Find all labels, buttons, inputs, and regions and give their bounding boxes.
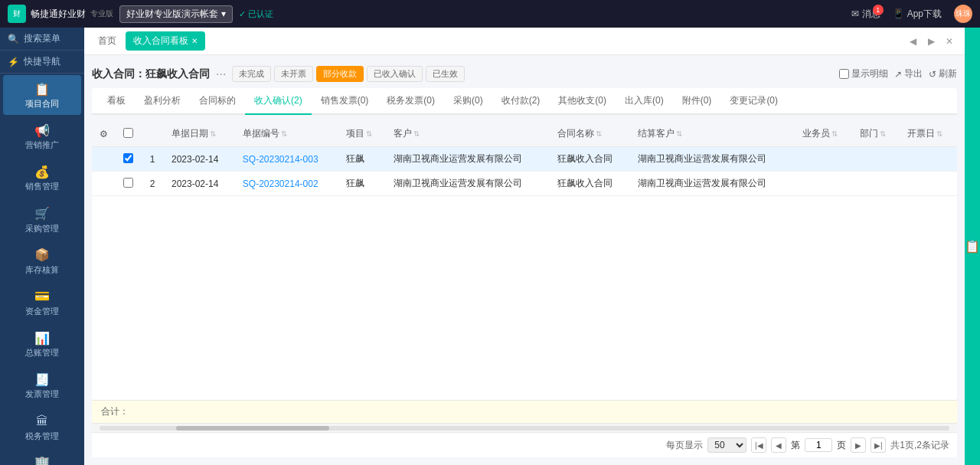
row-salesperson-1	[795, 172, 852, 196]
rownum-col-header	[141, 121, 164, 147]
row-checkbox-1[interactable]	[116, 172, 141, 196]
sub-tab-4[interactable]: 销售发票(0)	[312, 88, 378, 115]
first-page-button[interactable]: |◀	[751, 437, 766, 453]
sub-tab-1[interactable]: 盈利分析	[135, 88, 190, 115]
status-btn-4[interactable]: 已生效	[426, 66, 465, 82]
header-actions: 显示明细 ↗ 导出 ↺ 刷新	[839, 67, 957, 80]
download-label: App下载	[907, 8, 942, 21]
project-sort-icon: ⇅	[366, 129, 372, 138]
scroll-thumb[interactable]	[176, 426, 329, 431]
sub-tab-5[interactable]: 税务发票(0)	[377, 88, 444, 115]
sidebar-item-4[interactable]: 📦库存核算	[3, 241, 81, 281]
row-settings-1[interactable]	[92, 172, 116, 196]
app-name: 畅捷通好业财	[31, 8, 86, 21]
billno-sort-icon: ⇅	[281, 129, 287, 138]
contract-label: 收入合同：狂飙收入合同	[92, 67, 210, 81]
prev-tab-button[interactable]: ◀	[905, 34, 920, 49]
row-settings-0[interactable]	[92, 147, 116, 172]
customer-col-header[interactable]: 客户⇅	[386, 121, 550, 147]
select-all-header[interactable]	[116, 121, 141, 147]
page-unit: 页	[837, 439, 846, 452]
sidebar-item-1[interactable]: 📢营销推广	[3, 116, 81, 156]
dept-sort-icon: ⇅	[880, 129, 886, 138]
status-btn-3[interactable]: 已收入确认	[367, 66, 423, 82]
select-all-checkbox[interactable]	[123, 128, 133, 138]
sidebar-item-3[interactable]: 🛒采购管理	[3, 200, 81, 240]
row-dept-0	[852, 147, 900, 172]
page-number-input[interactable]	[805, 438, 832, 452]
sidebar-item-0[interactable]: 📋项目合同	[3, 75, 81, 115]
user-avatar[interactable]: 珠珠	[954, 5, 972, 23]
last-page-button[interactable]: ▶|	[871, 437, 886, 453]
message-button[interactable]: ✉ 消息 1	[851, 8, 880, 21]
app-download-button[interactable]: 📱 App下载	[893, 8, 942, 21]
sidebar-label-5: 资金管理	[25, 306, 59, 316]
home-tab[interactable]: 首页	[92, 34, 122, 47]
close-all-tabs-button[interactable]: ✕	[942, 34, 957, 49]
status-btn-1[interactable]: 未开票	[274, 66, 313, 82]
table-container[interactable]: ⚙ 单据日期⇅ 单据编号⇅ 项目⇅ 客户⇅ 合同名称⇅ 结算客户⇅ 业务员⇅	[92, 121, 957, 400]
row-date-1: 2023-02-14	[164, 172, 235, 196]
next-page-button[interactable]: ▶	[851, 437, 866, 453]
salesperson-col-header[interactable]: 业务员⇅	[795, 121, 852, 147]
active-page-tab[interactable]: 收入合同看板 ✕	[126, 31, 205, 51]
settings-col-header[interactable]: ⚙	[92, 121, 116, 147]
status-btn-2[interactable]: 部分收款	[316, 66, 364, 82]
close-tab-button[interactable]: ✕	[191, 37, 198, 45]
date-col-header[interactable]: 单据日期⇅	[164, 121, 235, 147]
sub-tab-6[interactable]: 采购(0)	[444, 88, 492, 115]
right-panel-toggle[interactable]: 📋	[965, 28, 980, 465]
export-button[interactable]: ↗ 导出	[894, 67, 923, 80]
company-selector[interactable]: 好业财专业版演示帐套 ▾	[119, 5, 233, 23]
quick-nav-icon: ⚡	[8, 57, 19, 67]
contract-col-header[interactable]: 合同名称⇅	[550, 121, 630, 147]
row-billno-1[interactable]: SQ-20230214-002	[235, 172, 338, 196]
show-detail-input[interactable]	[839, 69, 849, 79]
per-page-label: 每页显示	[666, 439, 703, 452]
more-options-button[interactable]: ···	[216, 67, 226, 81]
sidebar-item-7[interactable]: 🧾发票管理	[3, 365, 81, 405]
row-checkbox-0[interactable]	[116, 147, 141, 172]
search-menu-button[interactable]: 🔍 搜索菜单	[0, 28, 84, 51]
row-billno-0[interactable]: SQ-20230214-003	[235, 147, 338, 172]
billno-col-header[interactable]: 单据编号⇅	[235, 121, 338, 147]
date-sort-icon: ⇅	[210, 129, 216, 138]
app-logo-icon: 财	[8, 5, 26, 23]
search-icon: 🔍	[8, 34, 19, 44]
sidebar-item-6[interactable]: 📊总账管理	[3, 324, 81, 364]
page-label: 第	[791, 439, 800, 452]
sidebar-label-3: 采购管理	[25, 224, 59, 234]
next-tab-button[interactable]: ▶	[923, 34, 939, 49]
sub-tab-3[interactable]: 收入确认(2)	[245, 88, 312, 115]
company-name: 好业财专业版演示帐套	[126, 8, 218, 21]
per-page-select[interactable]: 50 100 200	[707, 437, 746, 453]
settlement-col-header[interactable]: 结算客户⇅	[630, 121, 794, 147]
refresh-button[interactable]: ↺ 刷新	[929, 67, 957, 80]
sidebar-items: 📋项目合同📢营销推广💰销售管理🛒采购管理📦库存核算💳资金管理📊总账管理🧾发票管理…	[0, 74, 84, 465]
sidebar-item-8[interactable]: 🏛税务管理	[3, 408, 81, 447]
sub-tab-9[interactable]: 出入库(0)	[616, 88, 673, 115]
project-col-header[interactable]: 项目⇅	[338, 121, 386, 147]
table-header: ⚙ 单据日期⇅ 单据编号⇅ 项目⇅ 客户⇅ 合同名称⇅ 结算客户⇅ 业务员⇅	[92, 121, 957, 147]
sub-tab-2[interactable]: 合同标的	[190, 88, 245, 115]
sidebar-item-2[interactable]: 💰销售管理	[3, 158, 81, 198]
show-detail-checkbox[interactable]: 显示明细	[839, 67, 888, 80]
status-btn-0[interactable]: 未完成	[232, 66, 271, 82]
quick-nav-button[interactable]: ⚡ 快捷导航	[0, 51, 84, 74]
sub-tab-0[interactable]: 看板	[98, 88, 135, 115]
dept-col-header[interactable]: 部门⇅	[852, 121, 900, 147]
sidebar-item-5[interactable]: 💳资金管理	[3, 283, 81, 323]
prev-page-button[interactable]: ◀	[771, 437, 786, 453]
contract-info-bar: 收入合同：狂飙收入合同 ··· 未完成未开票部分收款已收入确认已生效 显示明细 …	[92, 63, 957, 88]
sidebar-item-9[interactable]: 🏢固定资产	[3, 449, 81, 465]
sub-tab-8[interactable]: 其他收支(0)	[549, 88, 616, 115]
scroll-bar-area[interactable]	[92, 423, 957, 432]
sub-tab-7[interactable]: 收付款(2)	[492, 88, 550, 115]
table-row[interactable]: 2 2023-02-14 SQ-20230214-002 狂飙 湖南卫视商业运营…	[92, 172, 957, 196]
table-row[interactable]: 1 2023-02-14 SQ-20230214-003 狂飙 湖南卫视商业运营…	[92, 147, 957, 172]
billdate2-col-header[interactable]: 开票日⇅	[900, 121, 957, 147]
sub-tab-11[interactable]: 变更记录(0)	[720, 88, 787, 115]
sidebar-label-2: 销售管理	[25, 182, 59, 192]
sub-tab-10[interactable]: 附件(0)	[673, 88, 721, 115]
sub-tabs: 看板盈利分析合同标的收入确认(2)销售发票(0)税务发票(0)采购(0)收付款(…	[92, 88, 957, 115]
